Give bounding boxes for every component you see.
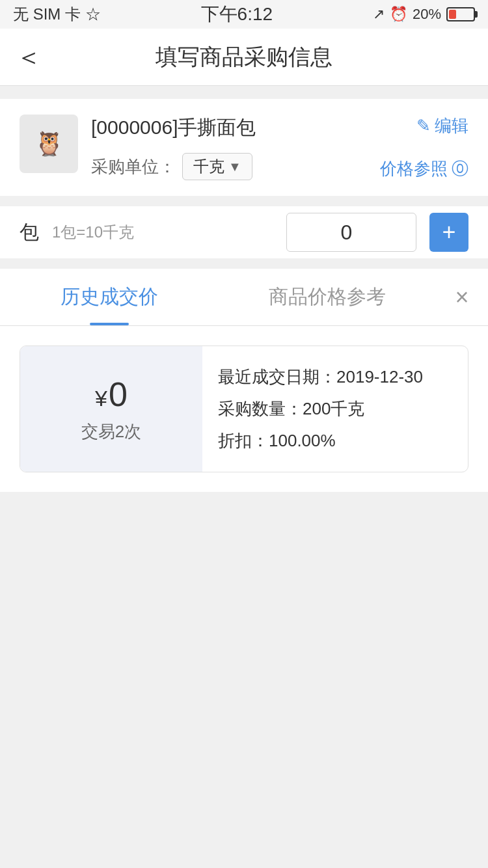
battery-percent: 20% (413, 6, 441, 23)
date-label: 最近成交日期： (218, 367, 336, 387)
quantity-plus-button[interactable]: + (429, 213, 468, 252)
dropdown-arrow-icon: ▼ (228, 159, 241, 174)
price-card-left: ¥ 0 交易2次 (20, 346, 202, 472)
edit-icon: ✎ (416, 116, 431, 136)
quantity-row-detail: 采购数量：200千克 (218, 398, 452, 420)
tab-history-price[interactable]: 历史成交价 (0, 269, 218, 325)
discount-label: 折扣： (218, 431, 269, 450)
alarm-icon: ⏰ (390, 6, 407, 23)
unit-label: 采购单位： (91, 156, 176, 178)
section-divider (0, 196, 488, 206)
price-amount: ¥ 0 (95, 375, 128, 414)
product-logo-icon: 🦉 (34, 130, 64, 157)
quantity-row: 包 1包=10千克 + (0, 206, 488, 258)
edit-label: 编辑 (435, 115, 468, 137)
tab-panel: 历史成交价 商品价格参考 × ¥ 0 交易2次 (0, 269, 488, 492)
status-right: ↗ ⏰ 20% (373, 6, 475, 23)
price-value: 0 (109, 375, 128, 414)
help-icon: ⓪ (452, 157, 468, 180)
date-row: 最近成交日期：2019-12-30 (218, 366, 452, 388)
price-ref-label: 价格参照 (380, 157, 448, 180)
edit-button[interactable]: ✎ 编辑 (416, 115, 468, 137)
price-card-right: 最近成交日期：2019-12-30 采购数量：200千克 折扣：100.00% (202, 346, 468, 472)
unit-value: 千克 (193, 156, 224, 177)
product-card: 🦉 [0000006]手撕面包 采购单位： 千克 ▼ ✎ 编辑 价格参照 ⓪ (0, 99, 488, 196)
unit-selector[interactable]: 千克 ▼ (182, 153, 252, 180)
page-content: 🦉 [0000006]手撕面包 采购单位： 千克 ▼ ✎ 编辑 价格参照 ⓪ 包… (0, 99, 488, 868)
sim-text: 无 SIM 卡 ☆ (13, 4, 101, 25)
nav-bar: ＜ 填写商品采购信息 (0, 29, 488, 86)
status-left: 无 SIM 卡 ☆ (13, 4, 101, 25)
package-label: 包 (20, 219, 39, 246)
tab-history-price-label: 历史成交价 (61, 284, 158, 310)
quantity-label-detail: 采购数量： (218, 399, 303, 418)
discount-value: 100.00% (269, 431, 336, 450)
price-reference-button[interactable]: 价格参照 ⓪ (380, 157, 468, 180)
plus-icon: + (442, 219, 455, 246)
product-logo: 🦉 (20, 115, 78, 173)
location-icon: ↗ (373, 6, 385, 23)
tab-product-price-ref[interactable]: 商品价格参考 (218, 269, 436, 325)
status-time: 下午6:12 (201, 2, 273, 27)
close-icon: × (455, 284, 468, 311)
price-trades: 交易2次 (81, 420, 141, 443)
status-bar: 无 SIM 卡 ☆ 下午6:12 ↗ ⏰ 20% (0, 0, 488, 29)
price-card: ¥ 0 交易2次 最近成交日期：2019-12-30 采购数量：200千克 折扣… (20, 346, 468, 472)
currency-symbol: ¥ (95, 386, 107, 411)
date-value: 2019-12-30 (336, 367, 423, 387)
back-button[interactable]: ＜ (16, 39, 42, 75)
tab-product-price-ref-label: 商品价格参考 (269, 284, 386, 310)
back-icon: ＜ (16, 39, 42, 75)
tab-header: 历史成交价 商品价格参考 × (0, 269, 488, 326)
quantity-input[interactable] (286, 213, 416, 252)
package-ratio: 1包=10千克 (52, 222, 134, 243)
product-name: [0000006]手撕面包 (91, 115, 468, 141)
tab-active-indicator (90, 323, 129, 325)
discount-row: 折扣：100.00% (218, 429, 452, 452)
battery-icon (446, 7, 475, 21)
quantity-value: 200千克 (303, 399, 364, 418)
page-title: 填写商品采购信息 (156, 42, 332, 72)
price-content: ¥ 0 交易2次 最近成交日期：2019-12-30 采购数量：200千克 折扣… (0, 326, 488, 492)
tab-close-button[interactable]: × (436, 269, 488, 325)
